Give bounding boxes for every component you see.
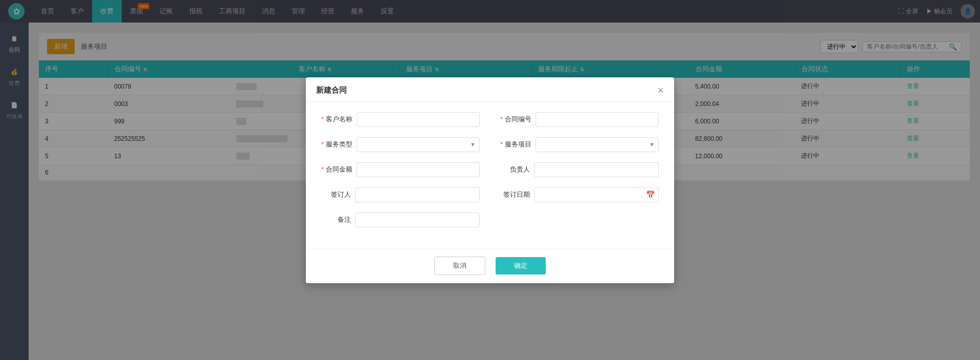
sign-date-label: 签订日期 bbox=[500, 190, 530, 199]
form-group-sign-date: 签订日期 2023-06-06 📅 bbox=[500, 187, 659, 202]
signer-input[interactable] bbox=[355, 187, 480, 202]
modal-title: 新建合同 bbox=[316, 86, 347, 95]
service-type-wrapper: ▼ bbox=[357, 137, 480, 152]
service-type-label: 服务类型 bbox=[321, 140, 352, 149]
cancel-button[interactable]: 取消 bbox=[434, 257, 485, 275]
form-group-amount: 合同金额 0.00 bbox=[321, 162, 480, 177]
form-group-responsible: 负责人 bbox=[500, 162, 659, 177]
modal-close-button[interactable]: ✕ bbox=[657, 86, 664, 95]
remark-label: 备注 bbox=[321, 215, 351, 224]
modal-body: 客户名称 合同编号 服务类型 ▼ 服务项目 bbox=[306, 102, 674, 248]
form-row-2: 服务类型 ▼ 服务项目 ▼ bbox=[321, 137, 659, 152]
amount-label: 合同金额 bbox=[321, 165, 352, 174]
form-group-signer: 签订人 bbox=[321, 187, 480, 202]
date-input-wrapper: 2023-06-06 📅 bbox=[534, 187, 659, 202]
responsible-label: 负责人 bbox=[500, 165, 530, 174]
service-item-wrapper: ▼ bbox=[536, 137, 659, 152]
form-group-contract-no: 合同编号 bbox=[500, 112, 659, 127]
form-row-3: 合同金额 0.00 负责人 bbox=[321, 162, 659, 177]
responsible-input[interactable] bbox=[534, 162, 659, 177]
form-group-customer: 客户名称 bbox=[321, 112, 480, 127]
sign-date-input[interactable]: 2023-06-06 bbox=[534, 187, 659, 202]
customer-name-input[interactable] bbox=[357, 112, 480, 127]
form-row-4: 签订人 签订日期 2023-06-06 📅 bbox=[321, 187, 659, 202]
form-row-5: 备注 bbox=[321, 213, 659, 227]
service-type-select[interactable] bbox=[357, 137, 480, 152]
signer-label: 签订人 bbox=[321, 190, 351, 199]
form-group-service-type: 服务类型 ▼ bbox=[321, 137, 480, 152]
confirm-button[interactable]: 确定 bbox=[496, 257, 546, 274]
modal-header: 新建合同 ✕ bbox=[306, 77, 674, 102]
service-item-select[interactable] bbox=[536, 137, 659, 152]
form-group-service-item: 服务项目 ▼ bbox=[500, 137, 659, 152]
service-item-label: 服务项目 bbox=[500, 140, 531, 149]
contract-no-label: 合同编号 bbox=[500, 115, 531, 124]
contract-no-input[interactable] bbox=[536, 112, 659, 127]
modal-overlay: 新建合同 ✕ 客户名称 合同编号 服务类型 bbox=[0, 0, 980, 360]
customer-name-label: 客户名称 bbox=[321, 115, 352, 124]
new-contract-modal: 新建合同 ✕ 客户名称 合同编号 服务类型 bbox=[306, 77, 674, 283]
form-row-1: 客户名称 合同编号 bbox=[321, 112, 659, 127]
form-group-remark: 备注 bbox=[321, 213, 480, 227]
amount-input[interactable]: 0.00 bbox=[357, 162, 480, 177]
remark-input[interactable] bbox=[355, 213, 480, 227]
modal-footer: 取消 确定 bbox=[306, 248, 674, 283]
